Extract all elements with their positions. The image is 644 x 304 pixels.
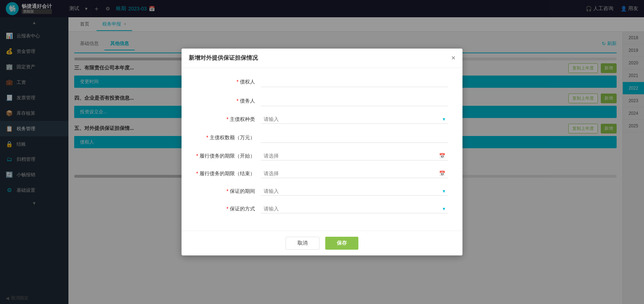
field-period-end-input[interactable] xyxy=(264,171,439,176)
required-marker: * xyxy=(196,153,198,159)
select-claim-type[interactable]: ▾ xyxy=(261,115,448,124)
field-label-claim-type: 主债权种类 xyxy=(230,116,255,122)
date-period-end[interactable]: 📅 xyxy=(261,169,448,178)
select-guarantee-method[interactable]: ▾ xyxy=(261,204,448,213)
guarantee-period-chevron-icon[interactable]: ▾ xyxy=(443,188,445,194)
modal-close-button[interactable]: × xyxy=(451,54,455,62)
form-row-period-start: * 履行债务的期限（开始） 📅 xyxy=(196,151,448,160)
field-debtor[interactable] xyxy=(261,96,448,106)
modal-footer: 取消 保存 xyxy=(182,231,462,255)
form-row-period-end: * 履行债务的期限（结束） 📅 xyxy=(196,169,448,178)
modal-overlay: 新增对外提供保证担保情况 × * 债权人 * 债务人 xyxy=(0,0,644,304)
form-row-claim-type: * 主债权种类 ▾ xyxy=(196,115,448,124)
field-period-start-input[interactable] xyxy=(264,153,439,159)
period-start-calendar-icon[interactable]: 📅 xyxy=(439,153,445,159)
required-marker: * xyxy=(237,79,238,85)
modal-dialog: 新增对外提供保证担保情况 × * 债权人 * 债务人 xyxy=(182,49,462,255)
required-marker: * xyxy=(206,135,208,140)
field-label-period-end: 履行债务的期限（结束） xyxy=(200,171,255,176)
field-label-guarantee-method: 保证的方式 xyxy=(230,206,255,212)
form-row-creditor: * 债权人 xyxy=(196,77,448,87)
field-creditor[interactable] xyxy=(261,77,448,87)
field-guarantee-period-input[interactable] xyxy=(264,188,443,194)
field-guarantee-method-input[interactable] xyxy=(264,206,443,212)
field-label-period-start: 履行债务的期限（开始） xyxy=(200,153,255,159)
cancel-button[interactable]: 取消 xyxy=(286,237,319,250)
select-guarantee-period[interactable]: ▾ xyxy=(261,187,448,196)
form-row-debtor: * 债务人 xyxy=(196,96,448,106)
date-period-start[interactable]: 📅 xyxy=(261,151,448,160)
form-row-guarantee-method: * 保证的方式 ▾ xyxy=(196,204,448,213)
form-row-claim-amount: * 主债权数额（万元） xyxy=(196,132,448,143)
period-end-calendar-icon[interactable]: 📅 xyxy=(439,171,445,176)
required-marker: * xyxy=(227,206,228,212)
required-marker: * xyxy=(237,98,238,104)
field-label-claim-amount: 主债权数额（万元） xyxy=(210,135,255,140)
required-marker: * xyxy=(196,171,198,176)
required-marker: * xyxy=(227,188,228,194)
required-marker: * xyxy=(227,116,228,122)
claim-type-chevron-icon[interactable]: ▾ xyxy=(443,116,445,122)
save-button[interactable]: 保存 xyxy=(325,237,358,250)
modal-title: 新增对外提供保证担保情况 xyxy=(189,54,258,62)
field-label-guarantee-period: 保证的期间 xyxy=(230,188,255,194)
field-claim-amount[interactable] xyxy=(261,132,448,143)
modal-header: 新增对外提供保证担保情况 × xyxy=(182,49,462,68)
field-label-debtor: 债务人 xyxy=(240,98,255,104)
modal-body: * 债权人 * 债务人 * 主债权种类 xyxy=(182,68,462,231)
form-row-guarantee-period: * 保证的期间 ▾ xyxy=(196,187,448,196)
field-label-creditor: 债权人 xyxy=(240,79,255,85)
field-claim-type-input[interactable] xyxy=(264,116,443,122)
guarantee-method-chevron-icon[interactable]: ▾ xyxy=(443,206,445,212)
